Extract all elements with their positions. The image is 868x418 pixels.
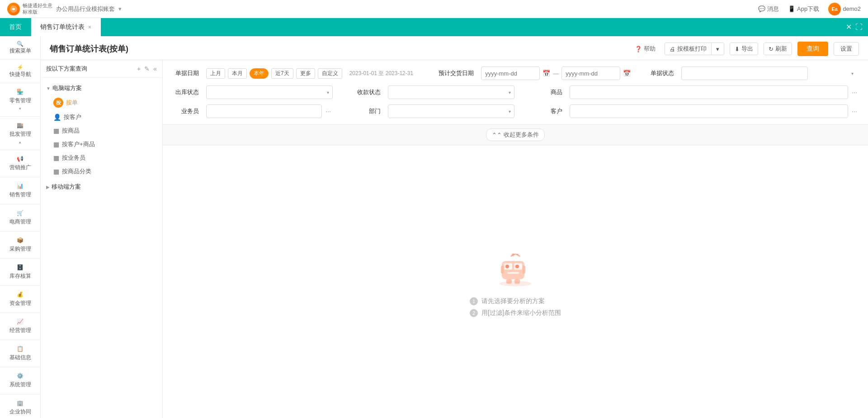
edit-scheme-icon[interactable]: ✎ (144, 65, 150, 72)
app-title: 办公用品行业模拟账套 (56, 5, 115, 13)
category-scheme-icon: ▦ (53, 168, 59, 175)
customer-more-icon[interactable]: ··· (850, 108, 859, 115)
scheme-by-category[interactable]: ▦ 按商品分类 (46, 165, 162, 178)
print-dropdown-button[interactable]: ▾ (712, 44, 724, 54)
enterprise-icon: 🏢 (17, 400, 24, 406)
export-button[interactable]: ⬇ 导出 (730, 43, 758, 55)
empty-illustration (488, 243, 542, 288)
chevron-down-icon: ▾ (716, 46, 719, 52)
collapse-up-icon: ⌃⌃ (492, 132, 502, 138)
add-scheme-icon[interactable]: + (137, 65, 141, 72)
ecommerce-icon: 🛒 (17, 210, 24, 216)
marketing-icon: 📢 (17, 156, 24, 162)
date-dash: — (553, 70, 559, 77)
sidebar-item-operations[interactable]: 📈 经营管理 (0, 313, 40, 340)
logo-icon (7, 3, 20, 15)
app-download-button[interactable]: 📱 App下载 (788, 5, 819, 13)
order-status-select[interactable] (681, 66, 808, 80)
sales-icon: 📊 (17, 183, 24, 189)
expected-date-range: 📅 — 📅 (481, 66, 631, 80)
body-area: 按以下方案查询 + ✎ « ▼ 电脑端方案 按 按单 (41, 60, 868, 418)
goods-input[interactable] (570, 86, 848, 99)
dropdown-icon[interactable]: ▾ (118, 5, 122, 12)
sidebar-item-finance[interactable]: 💰 资金管理 (0, 286, 40, 313)
collapse-panel-icon[interactable]: « (153, 65, 157, 72)
top-header: 畅捷通好生意 标准版 办公用品行业模拟账套 ▾ 💬 消息 📱 App下载 Ea … (0, 0, 868, 18)
expand-icon: ▼ (46, 86, 51, 91)
sidebar-item-system[interactable]: ⚙️ 系统管理 (0, 367, 40, 394)
this-month-btn[interactable]: 本月 (228, 68, 247, 79)
user-profile[interactable]: Ea demo2 (828, 3, 861, 15)
content-area: 销售订单统计表(按单) ❓ 帮助 🖨 按模板打印 ▾ ⬇ (41, 36, 868, 418)
sidebar-item-purchase[interactable]: 📦 采购管理 (0, 232, 40, 259)
inventory-icon: 🗄️ (17, 264, 24, 271)
calendar-end-icon[interactable]: 📅 (623, 70, 631, 77)
left-panel: 按以下方案查询 + ✎ « ▼ 电脑端方案 按 按单 (41, 60, 163, 418)
scheme-by-customer[interactable]: 👤 按客户 (46, 110, 162, 124)
scheme-by-order[interactable]: 按 按单 (46, 95, 162, 110)
tab-bar: 首页 销售订单统计表 × ✕ ⛶ (0, 18, 868, 36)
customer-input[interactable] (570, 104, 848, 118)
tab-home[interactable]: 首页 (0, 18, 31, 36)
logo-area: 畅捷通好生意 标准版 (7, 3, 52, 15)
close-window-icon[interactable]: ✕ (846, 24, 852, 31)
empty-state: 1 请先选择要分析的方案 2 用[过滤]条件来缩小分析范围 (163, 145, 868, 418)
salesperson-input-area: ··· (206, 104, 333, 118)
tab-sales-order-stats[interactable]: 销售订单统计表 × (31, 18, 101, 36)
message-button[interactable]: 💬 消息 (758, 5, 779, 13)
collapse-row: ⌃⌃ 收起更多条件 (163, 125, 868, 145)
help-button[interactable]: ❓ 帮助 (631, 43, 659, 55)
page-title-bar: 销售订单统计表(按单) ❓ 帮助 🖨 按模板打印 ▾ ⬇ (41, 36, 868, 60)
print-button-group: 🖨 按模板打印 ▾ (665, 43, 724, 55)
last-month-btn[interactable]: 上月 (206, 68, 225, 79)
settings-button[interactable]: 设置 (834, 42, 859, 56)
scheme-by-customer-goods[interactable]: ▦ 按客户+商品 (46, 138, 162, 151)
sidebar-quick-nav[interactable]: ⚡ 快捷导航 (0, 60, 40, 83)
sidebar-item-retail[interactable]: 🏪 零售管理 ▾ (0, 83, 40, 117)
finance-icon: 💰 (17, 291, 24, 298)
sidebar-item-basic[interactable]: 📋 基础信息 (0, 340, 40, 367)
ship-status-select[interactable] (206, 86, 333, 99)
payment-status-select[interactable] (388, 86, 514, 99)
sidebar: 🔍 搜索菜单 ⚡ 快捷导航 🏪 零售管理 ▾ 🏬 批发管理 ▴ 📢 营销推广 📊… (0, 36, 41, 418)
sidebar-item-marketing[interactable]: 📢 营销推广 (0, 150, 40, 177)
header-left: 畅捷通好生意 标准版 办公用品行业模拟账套 ▾ (7, 3, 122, 15)
print-template-button[interactable]: 🖨 按模板打印 (665, 43, 712, 55)
department-select[interactable] (388, 104, 514, 118)
sidebar-item-inventory[interactable]: 🗄️ 库存核算 (0, 259, 40, 286)
filter-row-3: 业务员 ··· 部门 ▾ 客户 (172, 104, 859, 118)
goods-input-area: ··· (570, 86, 859, 99)
sidebar-item-enterprise[interactable]: 🏢 企业协同 (0, 394, 40, 418)
refresh-button[interactable]: ↻ 刷新 (764, 43, 792, 55)
last7-btn[interactable]: 近7天 (271, 68, 293, 79)
ship-status-wrapper: ▾ (206, 86, 333, 99)
sidebar-item-ecommerce[interactable]: 🛒 电商管理 (0, 204, 40, 232)
salesperson-input[interactable] (206, 104, 322, 118)
svg-rect-11 (514, 279, 520, 284)
scheme-by-goods[interactable]: ▦ 按商品 (46, 124, 162, 138)
salesperson-more-icon[interactable]: ··· (324, 108, 333, 115)
quicknav-icon: ⚡ (17, 64, 24, 71)
more-btn[interactable]: 更多 (296, 68, 315, 79)
svg-point-12 (512, 253, 514, 256)
this-year-btn[interactable]: 本年 (250, 68, 269, 79)
department-label: 部门 (354, 107, 381, 115)
calendar-start-icon[interactable]: 📅 (542, 70, 550, 77)
query-button[interactable]: 查询 (797, 42, 828, 56)
sidebar-item-wholesale[interactable]: 🏬 批发管理 ▴ (0, 117, 40, 150)
expected-date-end[interactable] (561, 66, 620, 80)
customer-label: 客户 (535, 107, 562, 115)
scheme-by-salesperson[interactable]: ▦ 按业务员 (46, 151, 162, 165)
print-icon: 🖨 (670, 46, 675, 52)
svg-point-6 (515, 265, 519, 268)
sidebar-search-menu[interactable]: 🔍 搜索菜单 (0, 36, 40, 60)
order-status-wrapper: ▾ (681, 66, 859, 80)
expected-date-start[interactable] (481, 66, 540, 80)
svg-point-13 (517, 254, 519, 256)
sidebar-item-sales[interactable]: 📊 销售管理 (0, 177, 40, 204)
tab-close-icon[interactable]: × (88, 24, 91, 30)
expand-window-icon[interactable]: ⛶ (855, 24, 863, 31)
goods-more-icon[interactable]: ··· (850, 89, 859, 96)
collapse-conditions-button[interactable]: ⌃⌃ 收起更多条件 (486, 128, 545, 141)
custom-btn[interactable]: 自定义 (318, 68, 342, 79)
